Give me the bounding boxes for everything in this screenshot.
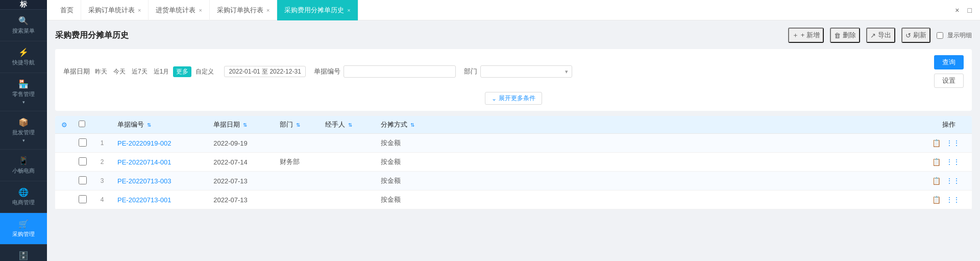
sidebar-item-ecom[interactable]: 🌐 电商管理 <box>0 181 47 213</box>
tab-purchase-summary[interactable]: 采购订单统计表 × <box>81 0 149 20</box>
sidebar-item-quick-nav[interactable]: ⚡ 快捷导航 <box>0 41 47 73</box>
th-ops: 操作 <box>926 116 972 134</box>
delete-button[interactable]: 🗑 删除 <box>830 28 860 43</box>
date-btn-yesterday[interactable]: 昨天 <box>93 66 109 77</box>
th-settings[interactable]: ⚙ <box>55 116 74 134</box>
tab-purchase-exec-close[interactable]: × <box>266 7 270 13</box>
table-header-row: ⚙ 单据编号 ⇅ 单据日期 ⇅ <box>55 116 972 134</box>
row-checkbox-1[interactable] <box>79 138 87 147</box>
row-edit-icon-3[interactable]: 📋 <box>931 176 942 186</box>
filter-settings-button[interactable]: 设置 <box>934 74 964 88</box>
date-range-input[interactable] <box>224 66 306 77</box>
expand-more-button[interactable]: ⌄ 展开更多条件 <box>485 92 542 105</box>
tab-bar-actions: × □ <box>953 5 974 15</box>
row-checkbox-2[interactable] <box>79 157 87 165</box>
row-docno-link-4[interactable]: PE-20220713-001 <box>117 196 172 204</box>
search-button[interactable]: 查询 <box>934 55 964 69</box>
handler-sort-icon[interactable]: ⇅ <box>348 122 352 128</box>
filter-dept-select-wrapper: 财务部 <box>480 65 572 78</box>
page-header: 采购费用分摊单历史 ＋ + 新增 🗑 删除 ↗ 导出 ↺ 刷新 <box>55 28 972 43</box>
row-more-icon-2[interactable]: ⋮⋮ <box>945 157 961 167</box>
row-edit-icon-1[interactable]: 📋 <box>931 138 942 148</box>
sidebar-item-mini-shop[interactable]: 📱 小畅电商 <box>0 150 47 181</box>
doc-no-sort-icon[interactable]: ⇅ <box>147 122 151 128</box>
date-shortcuts: 昨天 今天 近7天 近1月 更多 自定义 <box>93 66 216 77</box>
tab-purchase-goods[interactable]: 进货单统计表 × <box>149 0 209 20</box>
row-more-icon-1[interactable]: ⋮⋮ <box>945 138 961 148</box>
filter-dept-select[interactable]: 财务部 <box>480 65 572 78</box>
filter-buttons: 查询 设置 <box>934 55 964 88</box>
th-dept-label: 部门 <box>280 121 293 128</box>
row-docno-link-2[interactable]: PE-20220714-001 <box>117 158 172 166</box>
tab-purchase-cost-close[interactable]: × <box>347 7 350 13</box>
sidebar-item-inventory[interactable]: 🗄️ 库存核算 <box>0 245 47 261</box>
add-icon: ＋ <box>792 31 799 40</box>
select-all-checkbox[interactable] <box>79 121 85 127</box>
row-checkbox-4[interactable] <box>79 195 87 203</box>
tab-maximize-icon[interactable]: □ <box>966 5 974 15</box>
mini-shop-icon: 📱 <box>18 156 29 165</box>
retail-icon: 🏪 <box>18 79 29 89</box>
date-btn-today[interactable]: 今天 <box>111 66 128 77</box>
export-button[interactable]: ↗ 导出 <box>866 28 895 43</box>
sidebar-item-wholesale[interactable]: 📦 批发管理 ▾ <box>0 111 47 150</box>
row-num-3: 3 <box>92 172 112 191</box>
date-btn-custom[interactable]: 自定义 <box>193 66 216 77</box>
th-doc-no-label: 单据编号 <box>117 121 144 128</box>
th-split-method: 分摊方式 ⇅ <box>376 116 926 134</box>
search-icon: 🔍 <box>18 16 29 26</box>
table-area: ⚙ 单据编号 ⇅ 单据日期 ⇅ <box>55 116 972 209</box>
page-content: 采购费用分摊单历史 ＋ + 新增 🗑 删除 ↗ 导出 ↺ 刷新 <box>47 20 980 261</box>
sidebar-item-retail[interactable]: 🏪 零售管理 ▾ <box>0 73 47 111</box>
date-btn-7days[interactable]: 近7天 <box>130 66 150 77</box>
tab-purchase-summary-close[interactable]: × <box>138 7 141 13</box>
date-btn-1month[interactable]: 近1月 <box>152 66 172 77</box>
tab-minimize-icon[interactable]: × <box>953 5 961 15</box>
tab-purchase-goods-close[interactable]: × <box>199 7 202 13</box>
sidebar-label-quick-nav: 快捷导航 <box>12 59 35 66</box>
row-edit-icon-2[interactable]: 📋 <box>931 157 942 167</box>
row-docno-link-3[interactable]: PE-20220713-003 <box>117 177 172 185</box>
sidebar-item-purchase[interactable]: 🛒 采购管理 <box>0 213 47 245</box>
row-date-2: 2022-07-14 <box>208 153 275 172</box>
row-more-icon-4[interactable]: ⋮⋮ <box>945 195 961 205</box>
row-settings-cell <box>55 191 74 209</box>
row-checkbox-3[interactable] <box>79 176 87 184</box>
th-dept: 部门 ⇅ <box>275 116 320 134</box>
row-more-icon-3[interactable]: ⋮⋮ <box>945 176 961 186</box>
row-dept-3 <box>275 172 320 191</box>
row-split-2: 按金额 <box>376 153 926 172</box>
th-doc-no: 单据编号 ⇅ <box>112 116 208 134</box>
row-ops-container-4: 📋 ⋮⋮ <box>931 195 967 205</box>
filter-date-range-item <box>224 66 306 77</box>
date-btn-more[interactable]: 更多 <box>173 66 191 77</box>
tab-purchase-exec[interactable]: 采购订单执行表 × <box>210 0 277 20</box>
date-sort-icon[interactable]: ⇅ <box>243 122 247 128</box>
dept-sort-icon[interactable]: ⇅ <box>296 122 300 128</box>
tab-bar: 首页 采购订单统计表 × 进货单统计表 × 采购订单执行表 × 采购费用分摊单历… <box>47 0 980 20</box>
show-cols-checkbox[interactable] <box>937 32 943 39</box>
sidebar-label-ecom: 电商管理 <box>12 199 35 206</box>
sidebar-label-mini-shop: 小畅电商 <box>12 167 35 175</box>
row-edit-icon-4[interactable]: 📋 <box>931 195 942 205</box>
row-ops-2: 📋 ⋮⋮ <box>926 153 972 172</box>
refresh-button[interactable]: ↺ 刷新 <box>901 28 930 43</box>
wholesale-icon: 📦 <box>18 117 29 127</box>
page-title: 采购费用分摊单历史 <box>55 30 129 41</box>
row-ops-4: 📋 ⋮⋮ <box>926 191 972 209</box>
row-check-cell <box>74 191 92 209</box>
sidebar-label-retail: 零售管理 <box>12 90 35 98</box>
filter-docno-input[interactable] <box>344 65 456 78</box>
tab-purchase-cost[interactable]: 采购费用分摊单历史 × <box>277 0 358 20</box>
sidebar-item-search[interactable]: 🔍 搜索菜单 <box>0 10 47 41</box>
split-sort-icon[interactable]: ⇅ <box>410 122 414 128</box>
add-button[interactable]: ＋ + 新增 <box>788 28 824 43</box>
th-num <box>92 116 112 134</box>
tab-home-label: 首页 <box>60 6 74 15</box>
tab-purchase-goods-label: 进货单统计表 <box>156 6 195 15</box>
expand-chevron-icon: ⌄ <box>492 95 497 102</box>
filter-row: 单据日期 昨天 今天 近7天 近1月 更多 自定义 单据编号 <box>63 55 964 88</box>
row-docno-link-1[interactable]: PE-20220919-002 <box>117 139 172 147</box>
tab-home[interactable]: 首页 <box>53 0 81 20</box>
show-cols-toggle[interactable]: 显示明细 <box>937 31 972 40</box>
